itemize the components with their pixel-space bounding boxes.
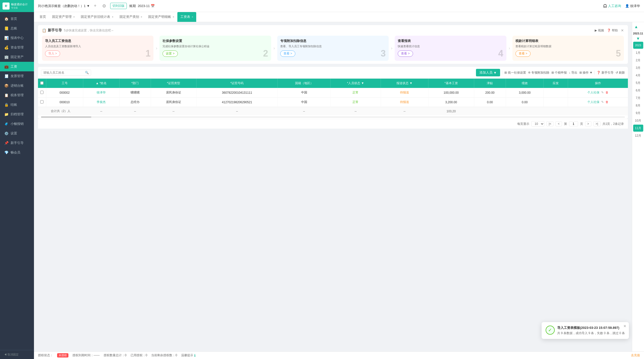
switch-version-btn[interactable]: 切到旧版 [110, 3, 127, 9]
calendar-month-11月[interactable]: 11月 [633, 125, 643, 132]
sidebar-item-guide[interactable]: 📌新手引导 [0, 138, 34, 148]
tab-close-4[interactable]: × [173, 15, 174, 18]
search-input[interactable] [43, 71, 84, 74]
step-btn-5[interactable]: 查看 > [515, 50, 531, 57]
step-btn-2[interactable]: 设置 > [163, 50, 178, 57]
sidebar-footer-collapse[interactable]: ◀ 取消固定 [0, 350, 34, 359]
sidebar-item-member[interactable]: 💎畅会员 [0, 148, 34, 157]
tab-close-3[interactable]: × [141, 15, 142, 18]
status-bar: 授权状态： 未授权 授权到期时间：—— 授权数量总计：0 已用授权：0 当前剩余… [34, 351, 644, 359]
calendar-nav-up[interactable]: ▲ [634, 24, 639, 30]
action-social-ins-0[interactable]: 个人社保 [587, 91, 599, 94]
add-person-btn[interactable]: 添加人员 ▼ [476, 69, 500, 76]
calendar-month-3月[interactable]: 3月 [633, 64, 643, 71]
content-area: 📋 新手引导 5步快速完成设置，快去完善信息吧～ ▶ 视频 ❓ 帮助 [34, 22, 644, 351]
video-link[interactable]: ▶ 视频 [595, 28, 604, 33]
horizontal-scrollbar[interactable] [41, 116, 625, 118]
checkbox-1[interactable] [40, 100, 44, 104]
sidebar-item-home[interactable]: 🏠首页 [0, 14, 34, 24]
tab-close-1[interactable]: × [73, 15, 75, 18]
calendar-month-1月[interactable]: 1月 [633, 49, 643, 56]
select-all-header[interactable] [38, 79, 46, 88]
service-link[interactable]: 🎧 人工咨询 [603, 4, 621, 8]
charge-link[interactable]: 去充值 [631, 353, 640, 357]
calendar-month-2月[interactable]: 2月 [633, 57, 643, 64]
cell-name-1[interactable]: 李俊杰 [83, 97, 119, 107]
sidebar-item-settings[interactable]: ⚙️设置 [0, 129, 34, 138]
intro-close-btn[interactable]: ✕ [621, 28, 624, 32]
tab-close-5[interactable]: × [192, 15, 193, 18]
last-page-btn[interactable]: >| [593, 121, 600, 126]
calendar-month-6月[interactable]: 6月 [633, 87, 643, 94]
calendar-month-7月[interactable]: 7月 [633, 94, 643, 101]
sidebar-item-billing[interactable]: 🧾发票管理 [0, 71, 34, 81]
add-account-btn[interactable]: + [92, 3, 98, 9]
main-area: 刘小艳演示账套（勿删勿动！）1 ▼ + ⚙ 切到旧版 账期 2023-11 📅 … [34, 0, 644, 359]
calendar-month-10月[interactable]: 10月 [633, 117, 643, 124]
action-edit-1[interactable]: ✎ [601, 100, 604, 104]
sidebar-item-archive[interactable]: 📁归档管理 [0, 110, 34, 119]
toast-close-btn[interactable]: ✕ [623, 324, 626, 328]
tab-4[interactable]: 固定资产明细账× [145, 12, 177, 22]
sidebar-item-ledger[interactable]: 📒总账 [0, 24, 34, 33]
sidebar-item-salary[interactable]: 💼工资 [0, 62, 34, 71]
first-page-btn[interactable]: |< [546, 121, 553, 126]
calendar-icon[interactable]: 📅 [151, 4, 155, 8]
social-insurance-btn[interactable]: ⊞ 统一社保设置 [504, 71, 526, 75]
prev-page-btn[interactable]: < [555, 121, 562, 126]
col-id-no: *证照号码 [196, 79, 278, 88]
action-edit-0[interactable]: ✎ [601, 91, 604, 94]
tab-0[interactable]: 首页 [36, 12, 49, 22]
calendar-year-2023[interactable]: 2023 [633, 42, 643, 49]
sidebar-item-close[interactable]: 🔒结账 [0, 100, 34, 110]
cell-name-0[interactable]: 徐泽华 [83, 88, 119, 97]
sidebar-item-reports[interactable]: 📊报表中心 [0, 33, 34, 43]
user-info[interactable]: 👤 徐泽华 [625, 4, 640, 8]
calendar-month-8月[interactable]: 8月 [633, 102, 643, 109]
action-social-ins-1[interactable]: 个人社保 [587, 100, 599, 104]
help-link[interactable]: ❓ 帮助 [607, 28, 618, 33]
tab-2[interactable]: 固定资产折旧统计表× [78, 12, 116, 22]
calendar-nav-down[interactable]: ▼ [636, 36, 641, 41]
checkbox-0[interactable] [40, 91, 44, 94]
account-selector[interactable]: 刘小艳演示账套（勿删勿动！）1 ▼ [38, 4, 90, 8]
select-all-checkbox[interactable] [40, 81, 44, 85]
row-checkbox-1[interactable] [38, 97, 46, 107]
guide-btn[interactable]: ❓ 新手引导 [597, 71, 613, 75]
settings-btn[interactable]: ⚙ [101, 3, 108, 9]
refresh-btn[interactable]: ↺ 刷新 [616, 71, 625, 75]
sidebar-item-tax[interactable]: 📋税务管理 [0, 90, 34, 100]
action-delete-1[interactable]: 🗑 [606, 100, 609, 104]
tax-report-btn[interactable]: ⊞ 个税申报 [551, 71, 567, 75]
next-page-btn[interactable]: > [585, 121, 591, 126]
export-btn[interactable]: ↓ 导出 [569, 71, 577, 75]
sidebar-item-fixed-assets[interactable]: 🏢固定资产 [0, 52, 34, 62]
calendar-month-9月[interactable]: 9月 [633, 110, 643, 117]
col-name[interactable]: ▲ *姓名 [83, 79, 119, 88]
step-btn-4[interactable]: 查看 > [398, 50, 413, 57]
name-link-0[interactable]: 徐泽华 [97, 91, 106, 94]
special-deduction-btn[interactable]: ❊ 专项附加扣除 [528, 71, 549, 75]
operation-btn[interactable]: ⊞ 操作 ▼ [579, 71, 593, 75]
col-report-status[interactable]: 报送状态 ▼ [381, 79, 428, 88]
sidebar-item-expense[interactable]: 🧳小畅报销 [0, 119, 34, 129]
tab-3[interactable]: 固定资产类别× [116, 12, 145, 22]
col-status[interactable]: *人员状态 ▼ [330, 79, 381, 88]
sidebar-item-inventory[interactable]: 📦进销台账 [0, 81, 34, 90]
step-btn-1[interactable]: 导入 > [45, 50, 60, 57]
action-delete-0[interactable]: 🗑 [606, 91, 609, 94]
page-size-select[interactable]: 10 20 50 [531, 121, 544, 127]
row-checkbox-0[interactable] [38, 88, 46, 97]
step-btn-3[interactable]: 查看 > [280, 50, 295, 57]
page-input[interactable] [569, 121, 578, 126]
tab-close-2[interactable]: × [112, 15, 113, 18]
tab-5[interactable]: 工资表× [177, 12, 196, 22]
calendar-month-12月[interactable]: 12月 [633, 132, 643, 139]
sidebar-label-home: 首页 [11, 17, 17, 21]
calendar-month-5月[interactable]: 5月 [633, 79, 643, 86]
tab-1[interactable]: 固定资产管理× [49, 12, 78, 22]
scrollbar-thumb[interactable] [41, 116, 91, 118]
name-link-1[interactable]: 李俊杰 [97, 100, 106, 104]
calendar-month-4月[interactable]: 4月 [633, 72, 643, 79]
sidebar-item-funds[interactable]: 💰资金管理 [0, 43, 34, 52]
